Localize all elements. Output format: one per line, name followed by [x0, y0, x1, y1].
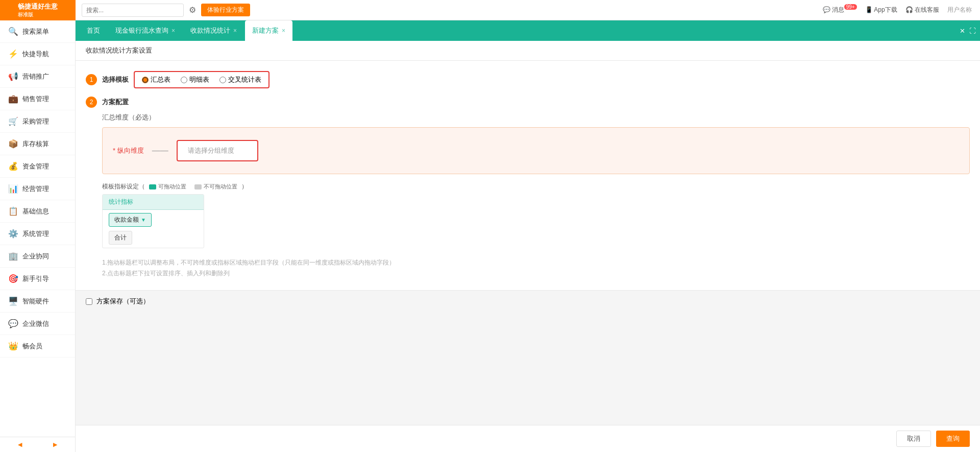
download-icon[interactable]: 📱 App下载: [865, 6, 897, 14]
service-icon[interactable]: 🎧 在线客服: [905, 6, 939, 14]
dimension-select[interactable]: 请选择分组维度: [177, 140, 258, 161]
download-label: App下载: [874, 6, 897, 13]
sidebar-bottom-right[interactable]: ▶: [40, 441, 71, 448]
tab-newplan[interactable]: 新建方案 ×: [245, 20, 292, 41]
metrics-label-text: 模板指标设定（: [102, 182, 145, 191]
tab-collection-label: 收款情况统计: [190, 26, 230, 35]
top-header: 畅捷通好生意 标准版 ⚙ 体验行业方案 💬 消息 99+ 📱 App下载 🎧 在…: [0, 0, 980, 20]
footer-bar: 取消 查询: [76, 425, 980, 452]
quicknav-icon: ⚡: [8, 49, 18, 59]
metric-sub-total-label: 合计: [114, 233, 127, 242]
wechat-icon: 💬: [8, 319, 18, 328]
sidebar-item-marketing[interactable]: 📢 营销推广: [0, 65, 75, 88]
tab-fullscreen-icon[interactable]: ⛶: [969, 27, 976, 35]
marketing-icon: 📢: [8, 72, 18, 81]
sidebar-item-enterprise[interactable]: 🏢 企业协同: [0, 245, 75, 268]
sidebar-item-wechat[interactable]: 💬 企业微信: [0, 313, 75, 335]
sidebar-item-sales[interactable]: 💼 销售管理: [0, 88, 75, 110]
page-content: 收款情况统计方案设置 1 选择模板 汇总表 明细表: [76, 41, 980, 425]
metric-chip-amount-label: 收款金额: [114, 216, 139, 224]
metrics-close-paren: ）: [241, 182, 248, 191]
sidebar-item-inventory[interactable]: 📦 库存核算: [0, 133, 75, 155]
content-area: 首页 现金银行流水查询 × 收款情况统计 × 新建方案 × ✕ ⛶: [76, 20, 980, 452]
sidebar-item-search[interactable]: 🔍 搜索菜单: [0, 20, 75, 43]
tab-home[interactable]: 首页: [80, 20, 107, 41]
sidebar-item-management[interactable]: 📊 经营管理: [0, 178, 75, 200]
sidebar: 🔍 搜索菜单 ⚡ 快捷导航 📢 营销推广 💼 销售管理 🛒 采购管理 📦 库存核…: [0, 20, 76, 452]
sidebar-item-guide[interactable]: 🎯 新手引导: [0, 268, 75, 290]
sidebar-label-hardware: 智能硬件: [22, 297, 49, 306]
tab-cashflow-label: 现金银行流水查询: [115, 26, 168, 35]
sidebar-item-quicknav[interactable]: ⚡ 快捷导航: [0, 43, 75, 65]
tab-home-label: 首页: [87, 26, 100, 35]
radio-detail-input[interactable]: [181, 77, 187, 83]
logo-text: 畅捷通好生意: [18, 2, 58, 11]
industry-btn[interactable]: 体验行业方案: [201, 4, 250, 16]
sidebar-item-hardware[interactable]: 🖥️ 智能硬件: [0, 290, 75, 313]
sidebar-item-finance[interactable]: 💰 资金管理: [0, 155, 75, 178]
service-label: 在线客服: [915, 6, 939, 13]
gear-icon[interactable]: ⚙: [189, 5, 196, 15]
member-icon: 👑: [8, 341, 18, 351]
radio-summary-input[interactable]: [142, 77, 149, 83]
logo: 畅捷通好生意 标准版: [0, 0, 76, 20]
tip2: 2.点击标题栏下拉可设置排序、插入列和删除列: [102, 269, 970, 278]
lock-handle-icon: [194, 184, 202, 189]
dim-arrow-icon: ——: [152, 146, 168, 155]
user-info: 用户名称: [947, 6, 980, 14]
page-title: 收款情况统计方案设置: [86, 46, 152, 54]
tab-collection-close[interactable]: ×: [233, 27, 237, 34]
radio-cross-label: 交叉统计表: [228, 75, 261, 84]
template-radio-group: 汇总表 明细表 交叉统计表: [134, 71, 270, 88]
radio-cross[interactable]: 交叉统计表: [219, 75, 261, 84]
sidebar-item-member[interactable]: 👑 畅会员: [0, 335, 75, 358]
sidebar-label-guide: 新手引导: [22, 274, 49, 283]
draggable-badge: 可拖动位置: [149, 183, 186, 191]
tips-section: 1.拖动标题栏可以调整布局，不可跨维度或指标区域拖动栏目字段（只能在同一维度或指…: [102, 258, 970, 278]
main-layout: 🔍 搜索菜单 ⚡ 快捷导航 📢 营销推广 💼 销售管理 🛒 采购管理 📦 库存核…: [0, 20, 980, 452]
tab-bar-right: ✕ ⛶: [960, 27, 976, 35]
sidebar-item-system[interactable]: ⚙️ 系统管理: [0, 223, 75, 245]
purchase-icon: 🛒: [8, 116, 18, 126]
sidebar-item-purchase[interactable]: 🛒 采购管理: [0, 110, 75, 133]
tab-close-all-icon[interactable]: ✕: [960, 27, 965, 35]
radio-cross-input[interactable]: [219, 77, 226, 83]
step1-row: 1 选择模板 汇总表 明细表 交叉统计表: [86, 71, 970, 88]
sidebar-bottom-left[interactable]: ◀: [4, 441, 36, 448]
sidebar-label-system: 系统管理: [22, 229, 49, 239]
tab-cashflow-close[interactable]: ×: [172, 27, 175, 34]
sidebar-item-basic[interactable]: 📋 基础信息: [0, 200, 75, 223]
query-button[interactable]: 查询: [936, 431, 970, 447]
header-icons: 💬 消息 99+ 📱 App下载 🎧 在线客服 用户名称: [823, 6, 980, 14]
dimension-area: * 纵向维度 —— 请选择分组维度: [102, 127, 970, 174]
sidebar-label-search: 搜索菜单: [22, 27, 49, 36]
chip-arrow-icon: ▼: [141, 217, 146, 223]
sidebar-label-member: 畅会员: [22, 342, 42, 351]
save-label[interactable]: 方案保存（可选）: [96, 297, 150, 306]
message-icon[interactable]: 💬 消息 99+: [823, 6, 857, 14]
metric-chip-amount[interactable]: 收款金额 ▼: [109, 213, 152, 227]
sidebar-label-wechat: 企业微信: [22, 319, 49, 328]
sidebar-label-sales: 销售管理: [22, 94, 49, 104]
save-checkbox[interactable]: [86, 298, 92, 305]
radio-summary-label: 汇总表: [151, 75, 170, 84]
step1-label: 选择模板: [102, 75, 129, 84]
dimension-title: 汇总维度（必选）: [86, 113, 970, 122]
search-icon: 🔍: [8, 27, 18, 36]
bottom-save-section: 方案保存（可选）: [76, 290, 980, 312]
tab-collection[interactable]: 收款情况统计 ×: [183, 20, 244, 41]
tab-newplan-close[interactable]: ×: [282, 27, 285, 34]
header-search-input[interactable]: [82, 4, 184, 17]
finance-icon: 💰: [8, 161, 18, 171]
inventory-icon: 📦: [8, 139, 18, 149]
radio-detail[interactable]: 明细表: [181, 75, 209, 84]
basic-icon: 📋: [8, 206, 18, 216]
radio-summary[interactable]: 汇总表: [142, 75, 170, 84]
drag-handle-icon: [149, 184, 156, 189]
cancel-button[interactable]: 取消: [896, 431, 931, 447]
tab-cashflow[interactable]: 现金银行流水查询 ×: [108, 20, 182, 41]
radio-detail-label: 明细表: [189, 75, 209, 84]
page-header: 收款情况统计方案设置: [76, 41, 980, 61]
draggable-label: 可拖动位置: [158, 183, 186, 191]
locked-label: 不可拖动位置: [204, 183, 237, 191]
